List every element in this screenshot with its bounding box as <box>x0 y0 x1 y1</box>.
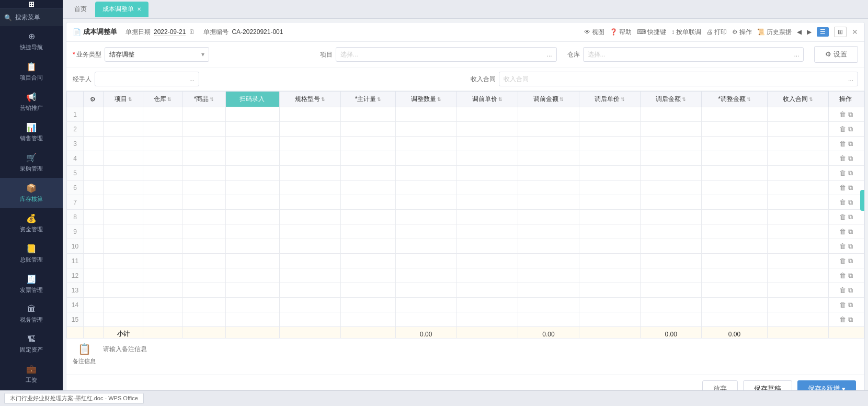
cell-after_amount[interactable] <box>641 254 702 268</box>
delete-row-btn[interactable]: 🗑 <box>839 257 846 265</box>
cell-after_amount[interactable] <box>641 107 702 122</box>
cell-product[interactable] <box>182 239 225 254</box>
cell-after_amount[interactable] <box>641 166 702 181</box>
cell-spec[interactable] <box>280 210 341 224</box>
cell-warehouse[interactable] <box>143 312 182 327</box>
cell-warehouse[interactable] <box>143 298 182 312</box>
copy-row-btn[interactable]: ⧉ <box>848 228 853 236</box>
cell-unit[interactable] <box>341 151 395 166</box>
cell-prev_amount[interactable] <box>518 254 579 268</box>
sidebar-item-payroll[interactable]: 💼工资 <box>0 359 63 389</box>
cell-settings[interactable] <box>84 107 104 122</box>
cell-unit[interactable] <box>341 224 395 239</box>
cell-settings[interactable] <box>84 181 104 195</box>
cell-adj_amount[interactable] <box>702 166 767 181</box>
copy-row-btn[interactable]: ⧉ <box>848 301 853 309</box>
cell-warehouse[interactable] <box>143 137 182 151</box>
copy-row-btn[interactable]: ⧉ <box>848 140 853 148</box>
cell-scan[interactable] <box>226 166 280 181</box>
cell-prev_unit_price[interactable] <box>456 195 518 210</box>
cell-unit[interactable] <box>341 195 395 210</box>
cell-adj_qty[interactable] <box>395 166 456 181</box>
sidebar-item-purchase-mgmt[interactable]: 🛒采购管理 <box>0 148 63 178</box>
cell-spec[interactable] <box>280 181 341 195</box>
cell-unit[interactable] <box>341 181 395 195</box>
notes-input[interactable] <box>101 343 858 369</box>
view-mode-grid[interactable]: ☰ <box>817 27 829 37</box>
copy-row-btn[interactable]: ⧉ <box>848 272 853 280</box>
cell-adj_qty[interactable] <box>395 137 456 151</box>
cell-prev_unit_price[interactable] <box>456 122 518 137</box>
cell-scan[interactable] <box>226 107 280 122</box>
cell-scan[interactable] <box>226 122 280 137</box>
cell-adj_qty[interactable] <box>395 224 456 239</box>
cell-spec[interactable] <box>280 137 341 151</box>
cell-income_contract[interactable] <box>767 195 828 210</box>
cell-project[interactable] <box>104 166 143 181</box>
cell-after_unit_price[interactable] <box>579 107 641 122</box>
cell-prev_amount[interactable] <box>518 224 579 239</box>
cell-project[interactable] <box>104 239 143 254</box>
cell-spec[interactable] <box>280 239 341 254</box>
cell-scan[interactable] <box>226 283 280 298</box>
cell-project[interactable] <box>104 137 143 151</box>
cell-warehouse[interactable] <box>143 239 182 254</box>
sidebar-search[interactable]: 🔍 搜索菜单 <box>0 9 63 26</box>
close-window-btn[interactable]: ✕ <box>852 28 858 36</box>
nav-next-btn[interactable]: ▶ <box>807 28 812 36</box>
delete-row-btn[interactable]: 🗑 <box>839 154 846 163</box>
cell-prev_amount[interactable] <box>518 298 579 312</box>
cell-product[interactable] <box>182 210 225 224</box>
sidebar-item-fixed-assets[interactable]: 🏗固定资产 <box>0 329 63 359</box>
delete-row-btn[interactable]: 🗑 <box>839 272 846 280</box>
cell-warehouse[interactable] <box>143 224 182 239</box>
sidebar-item-ledger-mgmt[interactable]: 📒总账管理 <box>0 239 63 269</box>
cell-scan[interactable] <box>226 239 280 254</box>
cell-prev_unit_price[interactable] <box>456 181 518 195</box>
tab-cost-adjust[interactable]: 成本调整单✕ <box>95 2 149 17</box>
cell-settings[interactable] <box>84 137 104 151</box>
cell-project[interactable] <box>104 283 143 298</box>
cell-scan[interactable] <box>226 151 280 166</box>
cell-scan[interactable] <box>226 210 280 224</box>
cell-warehouse[interactable] <box>143 268 182 283</box>
cell-adj_amount[interactable] <box>702 181 767 195</box>
cell-spec[interactable] <box>280 166 341 181</box>
cell-scan[interactable] <box>226 181 280 195</box>
cell-adj_amount[interactable] <box>702 122 767 137</box>
cell-settings[interactable] <box>84 166 104 181</box>
cell-income_contract[interactable] <box>767 254 828 268</box>
cell-income_contract[interactable] <box>767 298 828 312</box>
cell-adj_qty[interactable] <box>395 195 456 210</box>
cell-prev_amount[interactable] <box>518 195 579 210</box>
cell-prev_amount[interactable] <box>518 268 579 283</box>
calendar-icon[interactable]: 🗓 <box>189 28 195 36</box>
delete-row-btn[interactable]: 🗑 <box>839 198 846 207</box>
sidebar-item-inventory-calc[interactable]: 📦库存核算 <box>0 178 63 208</box>
cell-adj_qty[interactable] <box>395 298 456 312</box>
cell-settings[interactable] <box>84 210 104 224</box>
copy-row-btn[interactable]: ⧉ <box>848 315 853 324</box>
cell-prev_amount[interactable] <box>518 151 579 166</box>
cell-product[interactable] <box>182 151 225 166</box>
help-btn[interactable]: ❓ 帮助 <box>610 28 632 37</box>
income-contract-input[interactable]: 收入合同 ... <box>499 72 858 86</box>
cell-after_unit_price[interactable] <box>579 151 641 166</box>
cell-income_contract[interactable] <box>767 224 828 239</box>
cell-spec[interactable] <box>280 268 341 283</box>
cell-unit[interactable] <box>341 210 395 224</box>
cell-project[interactable] <box>104 254 143 268</box>
operation-btn[interactable]: ⚙ 操作 <box>732 28 752 37</box>
cell-income_contract[interactable] <box>767 151 828 166</box>
delete-row-btn[interactable]: 🗑 <box>839 125 846 133</box>
delete-row-btn[interactable]: 🗑 <box>839 169 846 177</box>
tab-close-icon[interactable]: ✕ <box>137 6 141 12</box>
cell-after_unit_price[interactable] <box>579 137 641 151</box>
cell-income_contract[interactable] <box>767 181 828 195</box>
cell-spec[interactable] <box>280 224 341 239</box>
cell-prev_unit_price[interactable] <box>456 224 518 239</box>
cell-income_contract[interactable] <box>767 312 828 327</box>
batch-adjust-btn[interactable]: ↕ 按单联调 <box>671 28 701 37</box>
cell-settings[interactable] <box>84 151 104 166</box>
cell-project[interactable] <box>104 298 143 312</box>
